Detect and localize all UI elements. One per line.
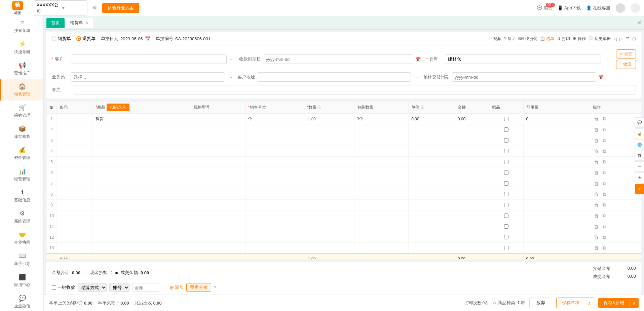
customer-more-icon[interactable]: ··· <box>230 57 234 62</box>
online-service-button[interactable]: 👤 在线客服 <box>586 5 610 11</box>
gift-checkbox-11[interactable] <box>504 224 508 229</box>
discard-button[interactable]: 放弃 <box>529 298 552 308</box>
gift-checkbox-1[interactable] <box>504 117 508 121</box>
delete-row-1-icon[interactable]: 🗑 <box>593 116 600 122</box>
delete-row-13-icon[interactable]: 🗑 <box>593 244 600 251</box>
delete-row-5-icon[interactable]: 🗑 <box>593 159 600 165</box>
save-draft-button[interactable]: 保存草稿 ∧ <box>556 298 594 308</box>
logistics-btn[interactable]: + 物流 <box>616 60 636 69</box>
copy-row-4-icon[interactable]: ⧉ <box>601 148 608 155</box>
cell-amount-1[interactable]: 0.00 <box>455 114 489 124</box>
copy-row-9-icon[interactable]: ⧉ <box>601 202 608 208</box>
radio-return[interactable]: 退货单 <box>76 36 96 42</box>
message-button[interactable]: 💬 消息 99+ <box>537 5 552 11</box>
due-date-input[interactable] <box>263 54 414 64</box>
copy-row-1-icon[interactable]: ⧉ <box>601 116 608 122</box>
customer-addr-input[interactable] <box>257 72 411 82</box>
user-avatar2[interactable] <box>631 3 640 13</box>
history-btn[interactable]: 📄 历史单据 <box>589 36 611 42</box>
user-avatar[interactable] <box>616 3 625 13</box>
copy-row-12-icon[interactable]: ⧉ <box>601 234 608 241</box>
copy-row-11-icon[interactable]: ⧉ <box>601 223 608 230</box>
customer-input[interactable] <box>71 54 227 64</box>
remark-input[interactable] <box>74 85 636 94</box>
account-more-icon[interactable]: ··· <box>163 285 167 290</box>
video-btn[interactable]: ▷ 视频 <box>488 36 501 42</box>
gift-checkbox-4[interactable] <box>504 149 508 153</box>
copy-row-13-icon[interactable]: ⧉ <box>601 244 608 251</box>
gift-checkbox-9[interactable] <box>504 203 508 207</box>
one-click-payment[interactable]: 一键收款 <box>52 284 75 290</box>
copy-row-3-icon[interactable]: ⧉ <box>601 137 608 144</box>
shortcut-btn[interactable]: ⌨ 快捷键 <box>518 36 537 42</box>
tab-close-icon[interactable]: ✕ <box>85 21 88 25</box>
tab-home[interactable]: 首页 <box>46 18 65 28</box>
delete-row-4-icon[interactable]: 🗑 <box>593 148 600 155</box>
sidebar-item-sales[interactable]: 🏠 销售管理 <box>0 79 43 101</box>
cell-barcode-1[interactable] <box>57 114 93 124</box>
cell-pkgqty-1[interactable]: 1个 <box>354 114 409 124</box>
copy-row-7-icon[interactable]: ⧉ <box>601 180 608 187</box>
debt-help-icon[interactable]: ? <box>117 301 119 306</box>
gift-checkbox-6[interactable] <box>504 170 508 175</box>
gift-checkbox-12[interactable] <box>504 235 508 239</box>
due-date-calendar-icon[interactable]: 📅 <box>415 57 421 62</box>
float-photo-btn[interactable]: 🖼 <box>635 151 644 161</box>
calc-method-select[interactable]: 结算方式 <box>78 283 107 292</box>
delete-row-9-icon[interactable]: 🗑 <box>593 202 600 208</box>
gift-checkbox-10[interactable] <box>504 213 508 218</box>
delete-row-2-icon[interactable]: 🗑 <box>593 126 600 133</box>
sidebar-item-quick-nav[interactable]: ⚡ 快捷导航 <box>0 37 43 58</box>
expected-date-calendar-icon[interactable]: 📅 <box>598 75 604 80</box>
save-draft-arrow-icon[interactable]: ∧ <box>585 299 594 308</box>
delete-row-7-icon[interactable]: 🗑 <box>593 180 600 187</box>
discount-help-icon[interactable]: ? <box>110 270 113 275</box>
sidebar-item-search-order[interactable]: ≡ 搜索菜单 <box>0 16 43 37</box>
settings-gear-icon[interactable]: ⚙ <box>90 3 100 13</box>
customer-addr-more-icon[interactable]: ··· <box>414 75 418 80</box>
gift-checkbox-13[interactable] <box>504 246 508 250</box>
expected-date-input[interactable] <box>452 72 596 82</box>
sidebar-item-guide[interactable]: 📖 新手引导 <box>0 249 43 270</box>
cell-unit-1[interactable]: 个 <box>245 114 304 124</box>
select-btn[interactable]: 📋 选单 <box>540 36 554 42</box>
cell-qty-1[interactable]: -1.00 <box>304 114 354 124</box>
warehouse-more-icon[interactable]: ··· <box>604 57 608 62</box>
add-payment-button[interactable]: ⊕ 添加 <box>169 284 184 291</box>
sidebar-item-basic[interactable]: ℹ 基础信息 <box>0 185 43 206</box>
float-lock-btn[interactable]: 🔒 <box>635 128 644 139</box>
exp-industry-button[interactable]: 体验行业方案 <box>102 3 139 13</box>
scan-button[interactable]: 扫码录入 <box>107 104 129 111</box>
delete-row-8-icon[interactable]: 🗑 <box>593 191 600 198</box>
save-new-button[interactable]: 保存&新增 ∧ <box>598 298 639 308</box>
float-globe-btn[interactable]: 🌐 <box>635 140 644 150</box>
gift-checkbox-8[interactable] <box>504 192 508 196</box>
radio-sales[interactable]: 销货单 <box>52 36 71 42</box>
one-click-checkbox[interactable] <box>52 285 56 290</box>
sidebar-item-inventory[interactable]: 📦 库存核算 <box>0 122 43 143</box>
next-record-icon[interactable]: ▷ <box>619 36 623 41</box>
sidebar-item-purchase[interactable]: 🛒 采购管理 <box>0 101 43 122</box>
amount-input[interactable] <box>132 283 159 292</box>
help-btn[interactable]: ? 帮助 <box>504 36 516 42</box>
date-calendar-icon[interactable]: 📅 <box>145 36 150 41</box>
salesperson-input[interactable] <box>71 72 225 82</box>
account-select[interactable]: 账号 <box>109 283 129 292</box>
cell-spec-1[interactable] <box>191 114 245 124</box>
delete-row-3-icon[interactable]: 🗑 <box>593 137 600 144</box>
sidebar-item-wechat[interactable]: 💬 企业微信 <box>0 291 43 311</box>
delete-row-10-icon[interactable]: 🗑 <box>593 212 600 219</box>
float-edit-btn[interactable]: ✏ <box>635 161 644 172</box>
sidebar-item-system[interactable]: ⚙ 系统管理 <box>0 206 43 228</box>
sidebar-item-marketing[interactable]: 📢 营销推广 <box>0 58 43 79</box>
print-btn[interactable]: 🖨 打印 <box>557 36 570 42</box>
sidebar-item-ops[interactable]: 📊 经营管理 <box>0 164 43 185</box>
float-star-btn[interactable]: ★ <box>635 172 644 183</box>
company-selector[interactable]: XXXXXX公司 ▼ <box>34 0 87 16</box>
tab-sales-order[interactable]: 销货单 ✕ <box>65 18 93 28</box>
col-settings-icon[interactable]: ⚙ <box>49 105 53 110</box>
sidebar-item-finance[interactable]: 💰 资金管理 <box>0 143 43 164</box>
fee-split-button[interactable]: 费用分摊 <box>186 283 211 292</box>
settings-btn[interactable]: ⊙ 设置 <box>616 49 636 59</box>
delete-row-12-icon[interactable]: 🗑 <box>593 234 600 241</box>
